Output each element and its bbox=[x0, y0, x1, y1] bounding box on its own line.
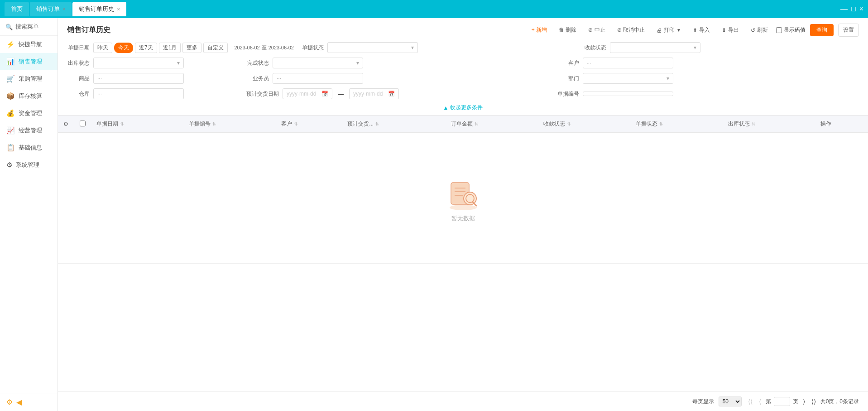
display-cols-checkbox[interactable]: 显示码值 bbox=[776, 26, 806, 34]
tab-sales-order-label: 销售订单 bbox=[36, 5, 60, 13]
new-btn[interactable]: + 新增 bbox=[528, 24, 551, 36]
expected-delivery-from[interactable]: yyyy-mm-dd 📅 bbox=[283, 88, 332, 99]
last-page-btn[interactable]: ⟩⟩ bbox=[810, 397, 818, 406]
warehouse-control[interactable]: ··· bbox=[93, 88, 184, 99]
sidebar-settings-icon[interactable]: ⚙ bbox=[6, 398, 13, 406]
minimize-btn[interactable]: — bbox=[840, 5, 848, 13]
page-label-suffix: 页 bbox=[793, 398, 798, 406]
sidebar-item-quicknav-label: 快捷导航 bbox=[19, 40, 42, 48]
sidebar-item-operations[interactable]: 📈 经营管理 bbox=[0, 122, 58, 139]
dept-control[interactable]: ▾ bbox=[583, 73, 673, 84]
th-payment-status[interactable]: 收款状态 ⇅ bbox=[538, 116, 630, 133]
th-outbound-status-sort: ⇅ bbox=[752, 121, 755, 126]
tab-home[interactable]: 首页 bbox=[5, 2, 29, 16]
th-outbound-status[interactable]: 出库状态 ⇅ bbox=[723, 116, 815, 133]
current-page-input[interactable]: 1 bbox=[774, 397, 790, 406]
date-btn-more[interactable]: 更多 bbox=[182, 43, 201, 53]
tab-list: 首页 销售订单 × 销售订单历史 × bbox=[5, 2, 840, 16]
settings-btn[interactable]: 设置 bbox=[838, 24, 859, 37]
filter-row-3: 商品 ··· 业务员 ··· 部门 ▾ bbox=[67, 73, 859, 84]
delete-btn[interactable]: 🗑 删除 bbox=[555, 24, 580, 36]
date-btn-1month[interactable]: 近1月 bbox=[159, 43, 181, 53]
search-icon: 🔍 bbox=[5, 24, 13, 30]
sidebar-item-sales-label: 销售管理 bbox=[19, 58, 42, 66]
salesman-control[interactable]: ··· bbox=[273, 73, 363, 84]
sidebar-item-sales[interactable]: 📊 销售管理 bbox=[0, 53, 58, 70]
sidebar-item-purchase[interactable]: 🛒 采购管理 bbox=[0, 70, 58, 87]
display-cols-input[interactable] bbox=[776, 27, 782, 33]
customer-control[interactable]: ··· bbox=[583, 58, 673, 68]
th-bill-no[interactable]: 单据编号 ⇅ bbox=[183, 116, 276, 133]
expected-delivery-to[interactable]: yyyy-mm-dd 📅 bbox=[349, 88, 399, 99]
refresh-btn[interactable]: ↺ 刷新 bbox=[747, 24, 772, 36]
sidebar-item-quicknav[interactable]: ⚡ 快捷导航 bbox=[0, 36, 58, 53]
cancel-stop-btn[interactable]: ⊘ 取消中止 bbox=[614, 24, 648, 36]
refresh-label: 刷新 bbox=[757, 26, 768, 34]
th-customer-sort: ⇅ bbox=[294, 121, 297, 126]
import-icon: ⬆ bbox=[693, 27, 697, 34]
sidebar-item-system[interactable]: ⚙ 系统管理 bbox=[0, 156, 58, 174]
next-page-btn[interactable]: ⟩ bbox=[801, 397, 807, 406]
delivery-status-control[interactable]: ▾ bbox=[93, 58, 184, 68]
import-btn[interactable]: ⬆ 导入 bbox=[689, 24, 714, 36]
date-range-display: 2023-06-02 至 2023-06-02 bbox=[234, 44, 294, 51]
calendar-icon-from: 📅 bbox=[321, 91, 328, 97]
tab-sales-order-history[interactable]: 销售订单历史 × bbox=[72, 2, 126, 16]
th-payment-status-sort: ⇅ bbox=[567, 121, 571, 126]
sidebar-item-finance[interactable]: 💰 资金管理 bbox=[0, 105, 58, 122]
print-btn[interactable]: 🖨 打印 ▼ bbox=[653, 24, 685, 36]
sidebar-search[interactable]: 🔍 搜索菜单 bbox=[0, 18, 58, 36]
collapse-arrow: ▲ bbox=[443, 105, 449, 111]
th-settings[interactable]: ⚙ bbox=[58, 116, 74, 133]
tab-sales-order[interactable]: 销售订单 × bbox=[30, 2, 72, 16]
bill-status-arrow: ▾ bbox=[411, 44, 414, 51]
th-bill-status[interactable]: 单据状态 ⇅ bbox=[630, 116, 723, 133]
completion-status-control[interactable]: ▾ bbox=[273, 58, 363, 68]
th-customer[interactable]: 客户 ⇅ bbox=[276, 116, 342, 133]
display-cols-label: 显示码值 bbox=[784, 26, 806, 34]
sales-icon: 📊 bbox=[6, 58, 15, 66]
date-btn-custom[interactable]: 自定义 bbox=[203, 43, 228, 53]
prev-page-btn[interactable]: ⟨ bbox=[757, 397, 763, 406]
per-page-select[interactable]: 10 20 50 100 bbox=[719, 396, 742, 406]
bill-status-label: 单据状态 bbox=[301, 44, 324, 52]
sidebar-search-label: 搜索菜单 bbox=[15, 23, 39, 31]
th-customer-label: 客户 bbox=[281, 120, 292, 128]
close-btn[interactable]: × bbox=[859, 5, 863, 13]
collapse-btn[interactable]: ▲ 收起更多条件 bbox=[67, 104, 859, 111]
bill-status-control[interactable]: ▾ bbox=[327, 42, 418, 53]
first-page-btn[interactable]: ⟨⟨ bbox=[746, 397, 754, 406]
th-date-label: 单据日期 bbox=[96, 120, 118, 128]
bill-no-control[interactable] bbox=[583, 92, 673, 96]
query-btn[interactable]: 查询 bbox=[810, 24, 834, 36]
sidebar-item-basic-info[interactable]: 📋 基础信息 bbox=[0, 139, 58, 156]
sidebar-collapse-icon[interactable]: ◀ bbox=[16, 398, 22, 406]
tab-sales-order-history-close[interactable]: × bbox=[117, 6, 120, 12]
payment-status-control[interactable]: ▾ bbox=[610, 42, 700, 53]
date-btn-7days[interactable]: 近7天 bbox=[135, 43, 157, 53]
restore-btn[interactable]: □ bbox=[851, 5, 856, 13]
print-arrow: ▼ bbox=[676, 28, 681, 33]
th-checkbox[interactable] bbox=[74, 116, 91, 133]
date-btn-today[interactable]: 今天 bbox=[114, 43, 133, 53]
th-delivery-date-sort: ⇅ bbox=[375, 121, 379, 126]
dept-label: 部门 bbox=[556, 75, 579, 82]
date-btn-yesterday[interactable]: 昨天 bbox=[93, 43, 112, 53]
tab-sales-order-close[interactable]: × bbox=[62, 6, 65, 12]
sidebar-item-inventory[interactable]: 📦 库存核算 bbox=[0, 87, 58, 105]
th-delivery-date[interactable]: 预计交货... ⇅ bbox=[342, 116, 446, 133]
select-all-checkbox[interactable] bbox=[80, 121, 86, 126]
export-btn[interactable]: ⬇ 导出 bbox=[718, 24, 743, 36]
th-bill-no-label: 单据编号 bbox=[189, 120, 211, 128]
th-date[interactable]: 单据日期 ⇅ bbox=[91, 116, 183, 133]
date-label: 单据日期 bbox=[67, 44, 90, 52]
goods-control[interactable]: ··· bbox=[93, 73, 184, 84]
filter-area: 单据日期 昨天 今天 近7天 近1月 更多 自定义 2023-06-02 至 bbox=[67, 42, 859, 115]
stop-btn[interactable]: ⊘ 中止 bbox=[585, 24, 609, 36]
goods-dots: ··· bbox=[97, 75, 102, 82]
filter-goods: 商品 ··· bbox=[67, 73, 239, 84]
sidebar-bottom: ⚙ ◀ bbox=[0, 393, 58, 411]
date-to-display: 2023-06-02 bbox=[269, 45, 294, 50]
th-order-amount[interactable]: 订单金额 ⇅ bbox=[446, 116, 538, 133]
filter-dept: 部门 ▾ bbox=[556, 73, 859, 84]
